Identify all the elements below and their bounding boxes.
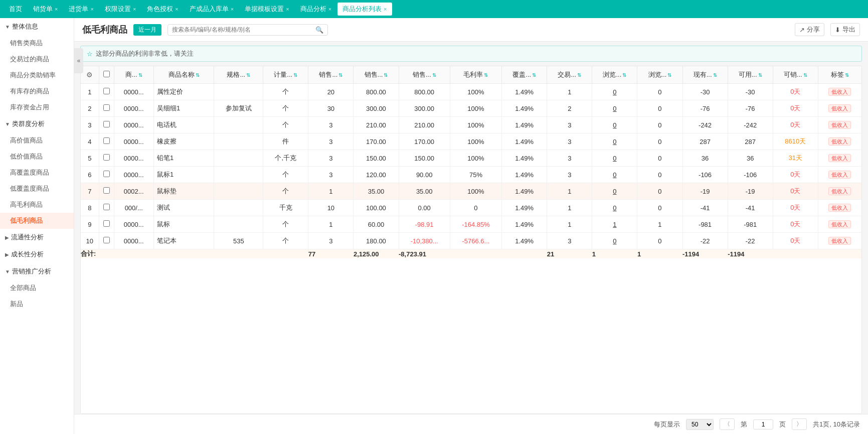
row-select-checkbox[interactable] — [103, 187, 110, 194]
row-view1[interactable]: 0 — [592, 167, 637, 183]
nav-item-home[interactable]: 首页 — [4, 3, 27, 16]
nav-item-product-analysis[interactable]: 商品分析 × — [295, 3, 336, 16]
th-current[interactable]: 现有...⇅ — [682, 66, 728, 84]
th-checkbox[interactable] — [99, 66, 114, 84]
row-select-checkbox[interactable] — [103, 154, 110, 161]
export-button[interactable]: ⬇ 导出 — [830, 23, 860, 36]
nav-close-product-analysis-list[interactable]: × — [384, 6, 387, 12]
settings-icon[interactable]: ⚙ — [86, 71, 93, 79]
th-view2[interactable]: 浏览...⇅ — [637, 66, 682, 84]
sidebar-item-new-products[interactable]: 新品 — [0, 296, 74, 312]
row-checkbox[interactable] — [99, 167, 114, 183]
sidebar-item-high-margin[interactable]: 高毛利商品 — [0, 197, 74, 213]
time-filter-button[interactable]: 近一月 — [133, 24, 161, 36]
row-view1[interactable]: 0 — [592, 133, 637, 150]
row-checkbox[interactable] — [99, 200, 114, 216]
row-view1[interactable]: 0 — [592, 183, 637, 200]
th-gross-margin[interactable]: 毛利率⇅ — [450, 66, 501, 84]
th-sales-amount[interactable]: 销售...⇅ — [354, 66, 399, 84]
row-select-checkbox[interactable] — [103, 220, 110, 227]
summary-empty1 — [114, 249, 153, 259]
nav-close-product-analysis[interactable]: × — [328, 6, 331, 12]
sidebar-item-category-rate[interactable]: 商品分类助销率 — [0, 67, 74, 83]
row-select-checkbox[interactable] — [103, 137, 110, 144]
nav-close-sales[interactable]: × — [55, 6, 58, 12]
nav-item-roles[interactable]: 角色授权 × — [142, 3, 183, 16]
row-checkbox[interactable] — [99, 117, 114, 133]
sidebar-item-traded-products[interactable]: 交易过的商品 — [0, 51, 74, 67]
export-icon: ⬇ — [835, 26, 840, 34]
share-button[interactable]: ↗ 分享 — [795, 23, 824, 36]
prev-page-button[interactable]: 〈 — [720, 418, 735, 430]
nav-close-finished-goods[interactable]: × — [231, 6, 234, 12]
sidebar-item-low-margin[interactable]: 低毛利商品 — [0, 213, 74, 229]
th-unit[interactable]: 计量...⇅ — [263, 66, 308, 84]
nav-item-sales[interactable]: 销货单 × — [28, 3, 63, 16]
th-spec[interactable]: 规格...⇅ — [214, 66, 263, 84]
row-checkbox[interactable] — [99, 150, 114, 167]
th-coverage[interactable]: 覆盖...⇅ — [502, 66, 547, 84]
row-select-checkbox[interactable] — [103, 104, 110, 111]
row-code: 0000... — [114, 133, 153, 150]
row-view1[interactable]: 1 — [592, 216, 637, 233]
nav-close-roles[interactable]: × — [175, 6, 178, 12]
data-table: ⚙ 商...⇅ 商品名称⇅ 规格...⇅ 计量...⇅ 销售...⇅ 销售...… — [81, 66, 861, 258]
row-view1[interactable]: 0 — [592, 200, 637, 216]
th-tag[interactable]: 标签⇅ — [818, 66, 861, 84]
row-select-checkbox[interactable] — [103, 121, 110, 127]
th-code[interactable]: 商...⇅ — [114, 66, 153, 84]
sidebar-item-stock-funds[interactable]: 库存资金占用 — [0, 99, 74, 115]
nav-item-purchase[interactable]: 进货单 × — [64, 3, 98, 16]
row-checkbox[interactable] — [99, 84, 114, 100]
search-icon[interactable]: 🔍 — [315, 26, 323, 34]
sidebar-group-circulation[interactable]: ▶ 流通性分析 — [0, 229, 74, 246]
nav-close-template[interactable]: × — [286, 6, 289, 12]
th-transaction[interactable]: 交易...⇅ — [547, 66, 592, 84]
row-view1[interactable]: 0 — [592, 117, 637, 133]
sidebar-item-low-value[interactable]: 低价值商品 — [0, 149, 74, 165]
nav-item-permissions[interactable]: 权限设置 × — [100, 3, 141, 16]
nav-item-finished-goods[interactable]: 产成品入库单 × — [185, 3, 239, 16]
sidebar-item-high-coverage[interactable]: 高覆盖度商品 — [0, 165, 74, 181]
th-view1[interactable]: 浏览...⇅ — [592, 66, 637, 84]
row-checkbox[interactable] — [99, 133, 114, 150]
data-table-wrapper[interactable]: ⚙ 商...⇅ 商品名称⇅ 规格...⇅ 计量...⇅ 销售...⇅ 销售...… — [80, 66, 862, 414]
row-checkbox[interactable] — [99, 233, 114, 249]
row-select-checkbox[interactable] — [103, 88, 110, 94]
row-select-checkbox[interactable] — [103, 204, 110, 210]
th-name[interactable]: 商品名称⇅ — [153, 66, 214, 84]
nav-close-purchase[interactable]: × — [90, 6, 93, 12]
sidebar-item-all-products[interactable]: 全部商品 — [0, 280, 74, 296]
row-checkbox[interactable] — [99, 216, 114, 233]
page-size-select[interactable]: 20 50 100 — [686, 419, 714, 430]
th-saleable[interactable]: 可销...⇅ — [773, 66, 818, 84]
sidebar-group-growth[interactable]: ▶ 成长性分析 — [0, 246, 74, 263]
sidebar-collapse-button[interactable]: « — [74, 48, 83, 73]
select-all-checkbox[interactable] — [103, 71, 110, 77]
th-sales-profit[interactable]: 销售...⇅ — [399, 66, 450, 84]
th-available[interactable]: 可用...⇅ — [728, 66, 773, 84]
row-select-checkbox[interactable] — [103, 171, 110, 177]
row-view1[interactable]: 0 — [592, 84, 637, 100]
sidebar-item-low-coverage[interactable]: 低覆盖度商品 — [0, 181, 74, 197]
next-page-button[interactable]: 〉 — [792, 418, 807, 430]
nav-close-permissions[interactable]: × — [133, 6, 136, 12]
nav-item-product-analysis-list[interactable]: 商品分析列表 × — [337, 3, 392, 16]
sidebar-item-sales-products[interactable]: 销售类商品 — [0, 35, 74, 51]
sidebar-group-cluster[interactable]: ▼ 类群度分析 — [0, 115, 74, 132]
search-input[interactable] — [172, 26, 312, 33]
sidebar-item-high-value[interactable]: 高价值商品 — [0, 132, 74, 149]
nav-item-template[interactable]: 单据模板设置 × — [240, 3, 294, 16]
row-view1[interactable]: 0 — [592, 233, 637, 249]
sidebar-group-overall[interactable]: ▼ 整体信息 — [0, 18, 74, 35]
sidebar-group-marketing[interactable]: ▼ 营销推广分析 — [0, 263, 74, 280]
th-sales-qty[interactable]: 销售...⇅ — [308, 66, 354, 84]
row-view1[interactable]: 0 — [592, 100, 637, 117]
row-select-checkbox[interactable] — [103, 237, 110, 243]
row-checkbox[interactable] — [99, 100, 114, 117]
sidebar-item-stock-products[interactable]: 有库存的商品 — [0, 83, 74, 99]
page-number-input[interactable] — [753, 419, 773, 429]
row-checkbox[interactable] — [99, 183, 114, 200]
th-settings[interactable]: ⚙ — [81, 66, 99, 84]
row-view1[interactable]: 0 — [592, 150, 637, 167]
